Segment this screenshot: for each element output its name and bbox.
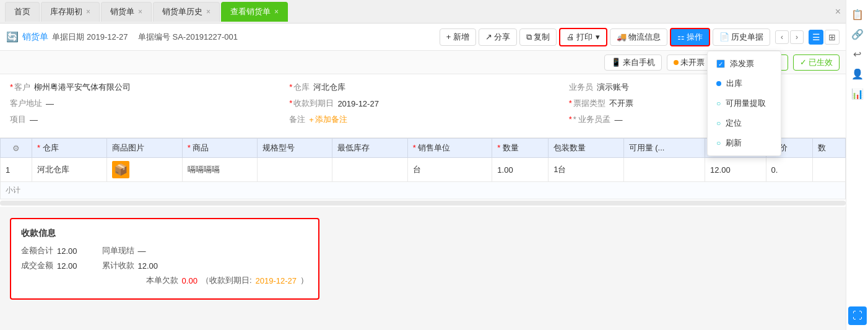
print-button[interactable]: 🖨 打印 ▾: [559, 28, 607, 46]
total-amount-item: 金额合计 12.00: [21, 245, 77, 256]
due-date-value: 2019-12-27: [256, 276, 297, 285]
history-button[interactable]: 📄 历史单据: [713, 28, 770, 46]
effective-badge[interactable]: ✓ 已生效: [793, 54, 840, 71]
row-pack-qty: 1台: [549, 158, 623, 182]
tab-view-sales[interactable]: 查看销货单 ×: [221, 2, 288, 22]
scroll-bar[interactable]: [0, 201, 846, 206]
payment-info-box: 收款信息 金额合计 12.00 同单现结 — 成交金额 12.00 累计收款: [10, 218, 319, 300]
warehouse-value: 河北仓库: [313, 82, 345, 93]
dropdown-add-invoice[interactable]: ✓ 添发票: [708, 54, 781, 74]
note-label: 备注: [289, 114, 305, 125]
th-image: 商品图片: [107, 139, 182, 158]
share-icon: ↗: [485, 32, 492, 41]
circle-icon-teal: ○: [716, 99, 721, 108]
add-button[interactable]: + 新增: [440, 28, 476, 46]
circle-icon-teal3: ○: [716, 139, 721, 147]
add-note-btn[interactable]: + 添加备注: [309, 114, 347, 125]
grid-view-btn[interactable]: ⊞: [825, 30, 840, 45]
sidebar-icon-doc[interactable]: 📋: [848, 5, 867, 24]
payment-date-value: 2019-12-27: [337, 99, 379, 108]
sales-staff-value: —: [614, 115, 622, 124]
payment-row-3: 本单欠款 0.00 （收款到期日: 2019-12-27 ）: [21, 275, 308, 286]
dropdown-location[interactable]: ○ 定位: [708, 113, 781, 133]
row-current: 12.00: [705, 158, 766, 182]
tab-sales[interactable]: 销货单 ×: [101, 2, 152, 22]
date-info: 单据日期 2019-12-27: [52, 32, 128, 43]
tab-inventory-label: 库存期初: [50, 6, 82, 17]
logistics-button[interactable]: 🚚 物流信息: [610, 28, 667, 46]
due-date-label: （收款到期日:: [201, 275, 252, 286]
sidebar-icon-expand[interactable]: ⛶: [848, 306, 867, 311]
th-min-stock: 最低库存: [332, 139, 407, 158]
tab-sales-history[interactable]: 销货单历史 ×: [153, 2, 220, 22]
tab-close-all[interactable]: ×: [835, 6, 841, 17]
sidebar-icon-return[interactable]: ↩: [848, 45, 867, 63]
dropdown-available-qty-label: 可用量提取: [726, 98, 766, 109]
tab-inventory[interactable]: 库存期初 ×: [41, 2, 100, 22]
print-dropdown-icon: ▾: [596, 32, 600, 41]
staff-field: 业务员 演示账号: [569, 82, 836, 93]
current-due-item: 本单欠款 0.00 （收款到期日: 2019-12-27 ）: [146, 275, 308, 286]
address-label: 客户地址: [10, 98, 42, 109]
prev-arrow[interactable]: ‹: [775, 30, 789, 44]
sidebar-icon-chart[interactable]: 📊: [848, 84, 867, 103]
invoice-type-value: 不开票: [609, 98, 633, 109]
current-due-value: 0.00: [182, 276, 197, 285]
sidebar-icon-user[interactable]: 👤: [848, 64, 867, 83]
doc-info: 单据日期 2019-12-27 单据编号 SA-20191227-001: [52, 32, 238, 43]
sidebar-icon-link[interactable]: 🔗: [848, 25, 867, 43]
row-index: 1: [1, 158, 32, 182]
tab-sales-history-label: 销货单历史: [162, 6, 202, 17]
dropdown-available-qty[interactable]: ○ 可用量提取: [708, 93, 781, 113]
sales-staff-field: * 业务员孟 —: [569, 114, 836, 125]
view-btns: ☰ ⊞: [809, 30, 840, 45]
not-opened-btn[interactable]: 未开票: [667, 54, 711, 71]
tab-view-sales-close[interactable]: ×: [274, 7, 279, 16]
number-value: SA-20191227-001: [173, 32, 238, 41]
date-value: 2019-12-27: [87, 32, 128, 41]
print-icon: 🖨: [566, 32, 575, 41]
staff-value: 演示账号: [597, 82, 629, 93]
share-button[interactable]: ↗ 分享: [479, 28, 517, 46]
th-settings[interactable]: ⚙: [1, 139, 32, 158]
same-order-item: 同单现结 —: [102, 245, 146, 256]
subtotal-row: 小计: [1, 182, 846, 199]
payment-row-1: 金额合计 12.00 同单现结 —: [21, 245, 308, 256]
main-toolbar: 🔄 销货单 单据日期 2019-12-27 单据编号 SA-20191227-0…: [0, 24, 846, 51]
row-image: 📦: [107, 158, 182, 182]
address-value: —: [46, 99, 54, 108]
operations-button[interactable]: ⚏ 操作: [670, 28, 710, 46]
tab-view-sales-label: 查看销货单: [230, 6, 271, 17]
project-field: 项目 —: [10, 114, 277, 125]
th-available: 可用量 (...: [623, 139, 705, 158]
dropdown-refresh[interactable]: ○ 刷新: [708, 133, 781, 153]
payment-date-label: 收款到期日: [289, 98, 334, 109]
tab-sales-close[interactable]: ×: [138, 7, 142, 16]
nav-arrows: ‹ ›: [775, 30, 804, 44]
th-amount: 数: [813, 139, 846, 158]
address-field: 客户地址 —: [10, 98, 277, 109]
number-info: 单据编号 SA-20191227-001: [138, 32, 238, 43]
toolbar-right: + 新增 ↗ 分享 ⧉ 复制 🖨 打印 ▾ 🚚 物流信息 ⚏ 操作: [440, 28, 840, 46]
project-label: 项目: [10, 114, 26, 125]
dropdown-refresh-label: 刷新: [726, 137, 742, 149]
payment-date-field: 收款到期日 2019-12-27: [289, 98, 556, 109]
effective-label: 已生效: [809, 57, 833, 68]
check-icon2: ✓: [800, 58, 807, 67]
tab-home-label: 首页: [14, 6, 30, 17]
from-mobile-btn[interactable]: 📱 来自手机: [604, 54, 662, 71]
next-arrow[interactable]: ›: [790, 30, 804, 44]
toolbar-left: 🔄 销货单 单据日期 2019-12-27 单据编号 SA-20191227-0…: [6, 31, 435, 43]
list-view-btn[interactable]: ☰: [809, 30, 823, 45]
tab-home[interactable]: 首页: [5, 2, 40, 22]
tab-inventory-close[interactable]: ×: [86, 7, 90, 16]
checkbox-icon: ✓: [716, 59, 725, 68]
tab-sales-history-close[interactable]: ×: [206, 7, 210, 16]
dropdown-add-invoice-label: 添发票: [730, 58, 754, 69]
circle-icon-teal2: ○: [716, 119, 721, 128]
dropdown-outbound[interactable]: 出库: [708, 74, 781, 93]
copy-button[interactable]: ⧉ 复制: [519, 28, 557, 46]
product-image: 📦: [112, 161, 129, 178]
staff-label: 业务员: [569, 82, 593, 93]
same-order-value: —: [138, 246, 146, 256]
